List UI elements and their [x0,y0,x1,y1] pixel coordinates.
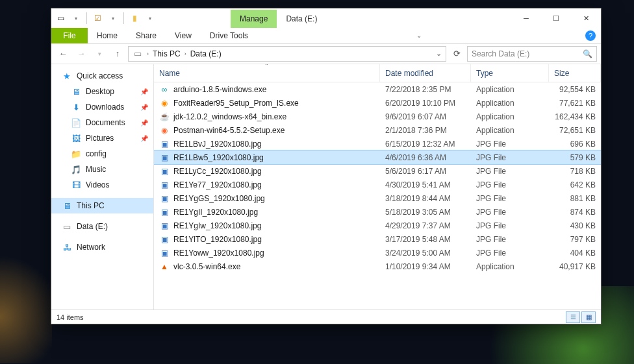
qat-dropdown-2-icon[interactable]: ▾ [107,12,120,25]
chevron-right-icon[interactable]: › [184,51,186,57]
file-name: RE1LyCc_1920x1080.jpg [173,167,262,176]
file-icon: ▣ [159,248,170,258]
nav-pinned-documents[interactable]: 📄 Documents 📌 [51,115,153,130]
file-row[interactable]: ▣ RE1LyCc_1920x1080.jpg 5/6/2019 6:17 AM… [154,164,601,178]
recent-locations-icon[interactable]: ▾ [92,46,107,62]
file-icon: ☕ [159,112,170,122]
navbar: ← → ▾ ↑ ▭ › This PC › Data (E:) ⌄ ⟳ Sear… [51,43,601,64]
close-button[interactable]: ✕ [571,8,601,28]
nav-item-label: config [86,149,107,158]
drive-icon: ▭ [133,49,143,59]
file-date: 9/6/2019 6:07 AM [380,112,471,121]
file-date: 3/17/2019 5:48 AM [380,235,471,244]
chevron-right-icon[interactable]: › [147,51,149,57]
forward-button[interactable]: → [73,46,89,62]
address-dropdown-icon[interactable]: ⌄ [436,49,442,58]
details-view-button[interactable]: ☰ [566,311,580,323]
back-button[interactable]: ← [55,46,71,62]
column-type[interactable]: Type [471,64,549,82]
file-row[interactable]: ☕ jdk-12.0.2_windows-x64_bin.exe 9/6/201… [154,110,601,123]
file-list[interactable]: ⌃ Name Date modified Type Size ∞ arduino… [154,64,601,309]
qat-dropdown-icon[interactable]: ▾ [70,12,82,25]
file-row[interactable]: ▣ RE1YlTO_1920x1080.jpg 3/17/2019 5:48 A… [154,232,601,246]
file-row[interactable]: ▲ vlc-3.0.5-win64.exe 1/10/2019 9:34 AM … [154,260,601,273]
file-size: 874 KB [549,208,601,217]
window-title: Data (E:) [277,10,326,28]
column-date[interactable]: Date modified [380,64,471,82]
nav-folder-music[interactable]: 🎵 Music [51,162,153,177]
titlebar: ▭ ▾ ☑ ▾ ▮ ▾ Manage Data (E:) ─ ☐ ✕ [51,8,601,28]
file-row[interactable]: ▣ RE1YgGS_1920x1080.jpg 3/18/2019 8:44 A… [154,191,601,205]
file-icon: ∞ [159,84,170,95]
file-type: JPG File [471,167,549,176]
file-menu[interactable]: File [51,28,88,43]
file-size: 92,554 KB [549,85,601,94]
breadcrumb-this-pc[interactable]: This PC [153,49,181,58]
column-name[interactable]: ⌃ Name [154,64,380,82]
qat-menu-icon[interactable]: ▾ [144,12,157,25]
minimize-button[interactable]: ─ [511,8,541,28]
file-row[interactable]: ▣ RE1LBvJ_1920x1080.jpg 6/15/2019 12:32 … [154,137,601,151]
file-name: RE1Ye77_1920x1080.jpg [173,180,262,189]
file-row[interactable]: ◉ Postman-win64-5.5.2-Setup.exe 2/1/2018… [154,123,601,137]
icons-view-button[interactable]: ▦ [581,311,596,323]
nav-item-label: Pictures [86,134,114,143]
file-row[interactable]: ▣ RE1Ye77_1920x1080.jpg 4/30/2019 5:41 A… [154,178,601,191]
file-type: Application [471,85,549,94]
search-input[interactable]: Search Data (E:) 🔍 [467,46,597,62]
file-type: Application [471,126,549,135]
sort-indicator-icon: ⌃ [264,64,269,69]
up-button[interactable]: ↑ [110,46,125,62]
nav-item-label: Music [86,165,106,174]
address-bar[interactable]: ▭ › This PC › Data (E:) ⌄ [128,46,446,62]
nav-pinned-pictures[interactable]: 🖼 Pictures 📌 [51,130,153,146]
search-placeholder: Search Data (E:) [472,49,529,58]
status-bar: 14 items ☰ ▦ [51,309,601,324]
docs-icon: 📄 [71,117,81,128]
file-size: 579 KB [549,153,601,162]
ribbon-tab-view[interactable]: View [166,28,201,43]
file-row[interactable]: ◉ FoxitReader95_Setup_Prom_IS.exe 6/20/2… [154,96,601,110]
breadcrumb-data-e[interactable]: Data (E:) [190,49,222,58]
file-size: 696 KB [549,140,601,149]
pics-icon: 🖼 [71,133,81,143]
file-date: 4/29/2019 7:37 AM [380,221,471,230]
drive-icon: ▭ [62,221,72,232]
file-row[interactable]: ∞ arduino-1.8.5-windows.exe 7/22/2018 2:… [154,82,601,96]
file-name: jdk-12.0.2_windows-x64_bin.exe [173,112,286,121]
file-icon: ▣ [159,221,170,231]
help-icon[interactable]: ? [585,30,596,41]
nav-quick-access[interactable]: ★ Quick access [51,68,153,84]
nav-pinned-desktop[interactable]: 🖥 Desktop 📌 [51,84,153,99]
properties-icon[interactable]: ☑ [91,12,104,25]
nav-folder-videos[interactable]: 🎞 Videos [51,177,153,193]
maximize-button[interactable]: ☐ [541,8,571,28]
nav-this-pc[interactable]: 🖥 This PC [51,198,153,213]
file-date: 5/6/2019 6:17 AM [380,167,471,176]
refresh-button[interactable]: ⟳ [449,46,464,62]
contextual-tab-manage[interactable]: Manage [231,10,277,28]
file-row[interactable]: ▣ RE1LBw5_1920x1080.jpg 4/6/2019 6:36 AM… [154,151,601,164]
new-folder-icon[interactable]: ▮ [128,12,141,25]
ribbon-tab-home[interactable]: Home [88,28,127,43]
nav-network[interactable]: 🖧 Network [51,239,153,255]
file-row[interactable]: ▣ RE1YgIw_1920x1080.jpg 4/29/2019 7:37 A… [154,219,601,232]
file-date: 2/1/2018 7:36 PM [380,126,471,135]
file-row[interactable]: ▣ RE1Yoww_1920x1080.jpg 3/24/2019 5:00 A… [154,246,601,260]
ribbon-tab-drive-tools[interactable]: Drive Tools [201,28,257,43]
nav-drive[interactable]: ▭ Data (E:) [51,219,153,234]
file-date: 6/15/2019 12:32 AM [380,140,471,149]
search-icon[interactable]: 🔍 [583,49,592,58]
file-type: JPG File [471,208,549,217]
nav-item-label: Desktop [86,87,114,96]
collapse-ribbon-icon[interactable]: ⌄ [416,32,422,39]
nav-pinned-downloads[interactable]: ⬇ Downloads 📌 [51,99,153,115]
music-icon: 🎵 [71,164,81,175]
nav-folder-config[interactable]: 📁 config [51,146,153,162]
ribbon-tab-share[interactable]: Share [127,28,166,43]
file-row[interactable]: ▣ RE1YgII_1920x1080.jpg 5/18/2019 3:05 A… [154,205,601,219]
file-date: 3/18/2019 8:44 AM [380,194,471,203]
column-size[interactable]: Size [549,64,601,82]
network-icon: 🖧 [62,242,72,252]
file-icon: ▣ [159,166,170,176]
